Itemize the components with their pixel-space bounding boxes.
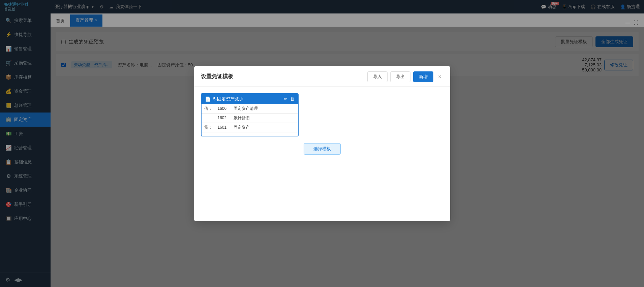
modal-header-actions: 导入 导出 新增 × xyxy=(367,71,443,82)
account-side xyxy=(202,113,215,123)
account-name: 固定资产清理 xyxy=(231,104,264,114)
account-side: 贷： xyxy=(202,123,215,132)
new-template-button[interactable]: 新增 xyxy=(413,71,433,82)
import-button[interactable]: 导入 xyxy=(367,71,388,82)
template-doc-icon: 📄 xyxy=(205,96,211,102)
account-code: 1601 xyxy=(215,123,231,132)
template-card-title: 5-固定资产减少 xyxy=(213,96,244,102)
account-code: 1602 xyxy=(215,113,231,123)
template-card-header: 📄 5-固定资产减少 ✏ 🗑 xyxy=(202,94,298,104)
account-name xyxy=(231,132,264,136)
template-card-body: 借： 1606 固定资产清理 1602 累计折旧 xyxy=(202,104,298,136)
template-card-header-left: 📄 5-固定资产减少 xyxy=(205,96,244,102)
modal-close-icon[interactable]: × xyxy=(436,73,443,81)
account-debit xyxy=(264,132,281,136)
account-name: 累计折旧 xyxy=(231,113,264,123)
template-accounts-table: 借： 1606 固定资产清理 1602 累计折旧 xyxy=(202,104,298,136)
account-side xyxy=(202,132,215,136)
select-template-button[interactable]: 选择模板 xyxy=(304,143,341,155)
template-card-header-right: ✏ 🗑 xyxy=(284,96,295,101)
account-credit xyxy=(281,113,298,123)
template-account-row: 借： 1606 固定资产清理 xyxy=(202,104,298,114)
modal-body: 📄 5-固定资产减少 ✏ 🗑 借： 1606 xyxy=(194,87,450,221)
account-code: 1606 xyxy=(215,104,231,114)
account-name: 固定资产 xyxy=(231,123,264,132)
account-credit xyxy=(281,104,298,114)
template-delete-icon[interactable]: 🗑 xyxy=(290,96,295,101)
modal-overlay: 设置凭证模板 导入 导出 新增 × 📄 5-固定资产减少 xyxy=(0,0,644,287)
template-account-row: 1602 累计折旧 xyxy=(202,113,298,123)
account-debit xyxy=(264,113,281,123)
account-debit xyxy=(264,104,281,114)
template-account-row xyxy=(202,132,298,136)
template-card: 📄 5-固定资产减少 ✏ 🗑 借： 1606 xyxy=(201,93,299,136)
template-edit-icon[interactable]: ✏ xyxy=(284,96,287,101)
template-account-row: 贷： 1601 固定资产 xyxy=(202,123,298,132)
modal-title: 设置凭证模板 xyxy=(201,73,233,80)
account-side: 借： xyxy=(202,104,215,114)
account-credit xyxy=(281,123,298,132)
account-debit xyxy=(264,123,281,132)
voucher-template-modal: 设置凭证模板 导入 导出 新增 × 📄 5-固定资产减少 xyxy=(194,66,450,221)
account-credit xyxy=(281,132,298,136)
account-code xyxy=(215,132,231,136)
export-button[interactable]: 导出 xyxy=(390,71,410,82)
modal-header: 设置凭证模板 导入 导出 新增 × xyxy=(194,66,450,87)
